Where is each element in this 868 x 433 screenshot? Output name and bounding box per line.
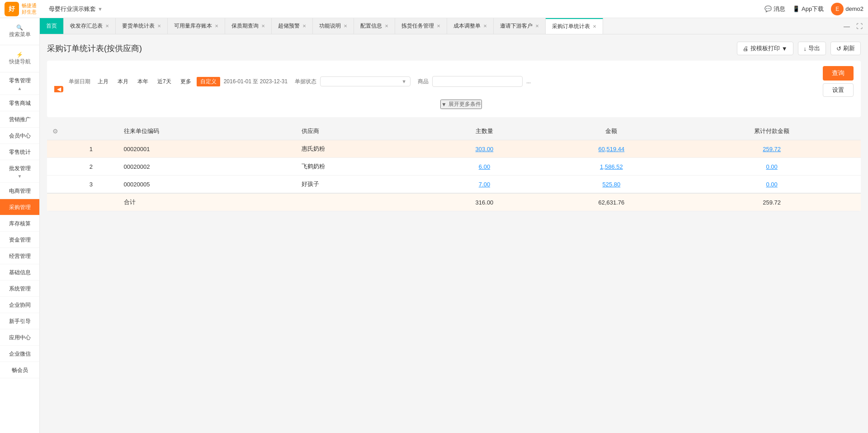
user-avatar-area[interactable]: E demo2 (831, 3, 863, 15)
row-qty[interactable]: 7.00 (429, 176, 540, 194)
sidebar-item-retail-stats[interactable]: 零售统计 (0, 144, 39, 160)
export-button[interactable]: ↓ 导出 (798, 42, 826, 55)
sidebar-item-marketing[interactable]: 营销推广 (0, 111, 39, 128)
workspace-chevron-icon: ▼ (98, 6, 103, 12)
template-print-label: 按模板打印 (750, 44, 780, 52)
tab-overstock-label: 超储预警 (278, 22, 300, 30)
row-paid[interactable]: 0.00 (683, 176, 861, 194)
tab-config-info-close-icon[interactable]: ✕ (385, 24, 388, 29)
expand-conditions-button[interactable]: ▼ 展开更多条件 (440, 100, 482, 109)
query-button[interactable]: 查询 (823, 66, 854, 81)
sidebar-item-inventory[interactable]: 库存核算 (0, 215, 39, 232)
expand-icon: ▼ (441, 101, 447, 108)
tab-expiry-query[interactable]: 保质期查询 ✕ (225, 18, 272, 34)
filter-actions: 查询 设置 (823, 66, 854, 97)
sidebar-item-retail-mgmt[interactable]: 零售管理 ▲ (0, 72, 39, 95)
row-qty[interactable]: 303.00 (429, 140, 540, 158)
date-btn-this-year[interactable]: 本年 (134, 77, 152, 86)
finance-label: 资金管理 (9, 236, 31, 244)
tab-overstock-close-icon[interactable]: ✕ (302, 24, 306, 29)
sidebar-item-app-center[interactable]: 应用中心 (0, 329, 39, 346)
tab-receive-send-close-icon[interactable]: ✕ (105, 24, 109, 29)
message-btn[interactable]: 💬 消息 (764, 5, 785, 13)
row-amount[interactable]: 60,519.44 (540, 140, 683, 158)
refresh-button[interactable]: ↺ 刷新 (830, 42, 861, 55)
tab-func-desc-close-icon[interactable]: ✕ (344, 24, 347, 29)
tab-purchase-order-stats-close-icon[interactable]: ✕ (593, 24, 596, 29)
sidebar-item-vip[interactable]: 畅会员 (0, 362, 39, 378)
sidebar-search-btn[interactable]: 🔍 搜索菜单 (3, 22, 37, 41)
page-title: 采购订单统计表(按供应商) (47, 43, 142, 54)
sidebar-item-enterprise-wechat[interactable]: 企业微信 (0, 346, 39, 362)
tab-receive-send[interactable]: 收发存汇总表 ✕ (64, 18, 116, 34)
tab-config-info[interactable]: 配置信息 ✕ (354, 18, 395, 34)
expand-label: 展开更多条件 (448, 100, 481, 108)
expand-row: ▼ 展开更多条件 (69, 97, 854, 112)
sidebar-item-business-mgmt[interactable]: 经营管理 (0, 248, 39, 264)
total-paid-cell: 259.72 (683, 193, 861, 211)
date-btn-this-month[interactable]: 本月 (114, 77, 132, 86)
sidebar-item-wholesale-mgmt[interactable]: 批发管理 ▼ (0, 160, 39, 183)
total-settings-cell (47, 193, 64, 211)
sidebar-item-new-guide[interactable]: 新手引导 (0, 313, 39, 329)
tab-order-stats-close-icon[interactable]: ✕ (157, 24, 161, 29)
sidebar-item-member[interactable]: 会员中心 (0, 128, 39, 144)
tab-cost-adjust[interactable]: 成本调整单 ✕ (447, 18, 494, 34)
date-btn-more[interactable]: 更多 (177, 77, 195, 86)
filter-collapse-button[interactable]: ◀ (54, 86, 63, 92)
enterprise-wechat-label: 企业微信 (9, 350, 31, 358)
row-paid[interactable]: 0.00 (683, 158, 861, 176)
tab-home[interactable]: 首页 (40, 18, 64, 34)
workspace-selector[interactable]: 母婴行业演示账套 ▼ (49, 5, 760, 13)
status-filter-group: 单据状态 ▼ (295, 76, 410, 86)
sidebar-item-ecommerce[interactable]: 电商管理 (0, 183, 39, 199)
status-select-arrow-icon: ▼ (401, 79, 406, 84)
sidebar-item-retail-store[interactable]: 零售商城 (0, 95, 39, 111)
tab-expiry-query-close-icon[interactable]: ✕ (261, 24, 265, 29)
quick-nav-btn[interactable]: ⚡ 快捷导航 (3, 49, 37, 68)
ecommerce-label: 电商管理 (9, 187, 31, 195)
sidebar-item-purchase-mgmt[interactable]: 采购管理 (0, 199, 39, 215)
settings-button[interactable]: 设置 (823, 83, 854, 97)
tab-purchase-order-stats-label: 采购订单统计表 (552, 23, 590, 30)
sidebar-item-basic-info[interactable]: 基础信息 (0, 264, 39, 281)
tab-pick-task-close-icon[interactable]: ✕ (437, 24, 440, 29)
tab-invite-downstream-label: 邀请下游客户 (500, 22, 533, 30)
row-amount[interactable]: 1,586.52 (540, 158, 683, 176)
business-mgmt-label: 经营管理 (9, 252, 31, 260)
template-print-button[interactable]: 🖨 按模板打印 ▼ (737, 42, 793, 55)
tab-avail-inventory-close-icon[interactable]: ✕ (215, 24, 218, 29)
tab-invite-downstream[interactable]: 邀请下游客户 ✕ (494, 18, 546, 34)
table-row: 2 00020002 飞鹤奶粉 6.00 1,586.52 0.00 (47, 158, 861, 176)
tab-maximize-icon[interactable]: ⛶ (854, 21, 864, 32)
sidebar-item-system[interactable]: 系统管理 (0, 281, 39, 297)
tab-pick-task[interactable]: 拣货任务管理 ✕ (395, 18, 447, 34)
row-paid[interactable]: 259.72 (683, 140, 861, 158)
tab-purchase-order-stats[interactable]: 采购订单统计表 ✕ (546, 18, 603, 34)
row-amount[interactable]: 525.80 (540, 176, 683, 194)
tab-cost-adjust-close-icon[interactable]: ✕ (483, 24, 487, 29)
tab-overstock[interactable]: 超储预警 ✕ (272, 18, 313, 34)
total-amount-cell: 62,631.76 (540, 193, 683, 211)
sidebar-item-finance[interactable]: 资金管理 (0, 232, 39, 248)
tab-minimize-icon[interactable]: — (842, 21, 852, 32)
date-custom-badge[interactable]: 自定义 (197, 77, 220, 86)
more-filter-btn[interactable]: ... (526, 78, 531, 85)
retail-stats-label: 零售统计 (9, 148, 31, 156)
col-settings-gear-icon[interactable]: ⚙ (52, 128, 58, 135)
col-supplier-header: 供应商 (296, 123, 429, 140)
app-download-btn[interactable]: 📱 App下载 (793, 5, 824, 13)
tab-receive-send-label: 收发存汇总表 (70, 22, 103, 30)
date-range-display: 2016-01-01 至 2023-12-31 (224, 78, 288, 86)
date-btn-last-month[interactable]: 上月 (94, 77, 112, 86)
total-seq-cell (64, 193, 118, 211)
status-select[interactable]: ▼ (320, 76, 410, 86)
tab-invite-downstream-close-icon[interactable]: ✕ (535, 24, 539, 29)
row-qty[interactable]: 6.00 (429, 158, 540, 176)
tab-order-stats[interactable]: 要货单统计表 ✕ (116, 18, 168, 34)
tab-func-desc[interactable]: 功能说明 ✕ (313, 18, 354, 34)
tab-avail-inventory[interactable]: 可用量库存账本 ✕ (168, 18, 225, 34)
date-btn-7days[interactable]: 近7天 (154, 77, 175, 86)
sidebar-item-enterprise[interactable]: 企业协同 (0, 297, 39, 313)
goods-filter-input[interactable] (432, 76, 523, 87)
